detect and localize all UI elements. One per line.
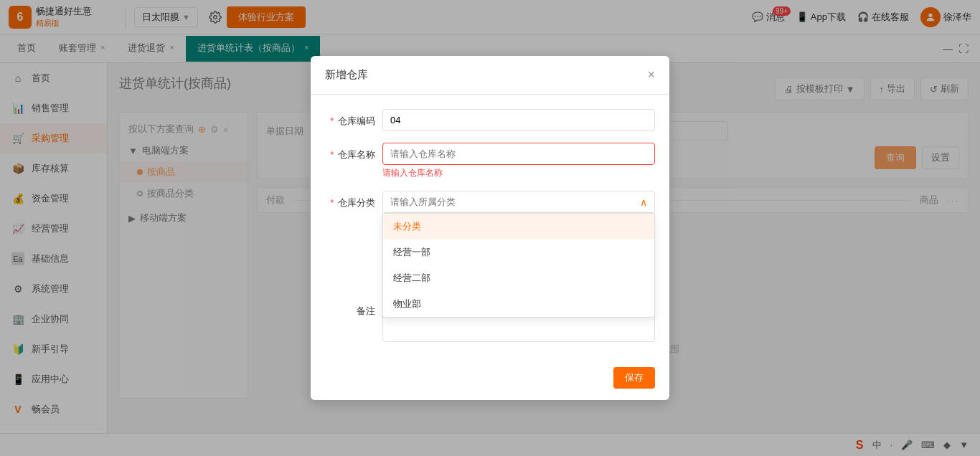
category-input-row: ∧ <box>382 191 655 213</box>
name-error-message: 请输入仓库名称 <box>382 167 655 179</box>
form-row-name: * 仓库名称 请输入仓库名称 <box>325 143 655 179</box>
category-option-dept1[interactable]: 经营一部 <box>383 239 654 265</box>
form-row-code: * 仓库编码 <box>325 109 655 131</box>
modal-header: 新增仓库 × <box>311 56 669 95</box>
code-field <box>382 109 655 131</box>
category-toggle-button[interactable]: ∧ <box>633 196 654 208</box>
name-label: * 仓库名称 <box>325 143 382 161</box>
modal-close-button[interactable]: × <box>647 67 655 82</box>
modal-overlay: 新增仓库 × * 仓库编码 * 仓库名称 <box>0 0 980 456</box>
new-warehouse-modal: 新增仓库 × * 仓库编码 * 仓库名称 <box>311 56 669 400</box>
modal-body: * 仓库编码 * 仓库名称 请输入仓库名称 <box>311 95 669 344</box>
category-input[interactable] <box>383 191 633 212</box>
category-option-property[interactable]: 物业部 <box>383 291 654 317</box>
note-label: 备注 <box>325 299 382 318</box>
category-option-unclassified[interactable]: 未分类 <box>383 214 654 239</box>
warehouse-name-input[interactable] <box>382 143 655 165</box>
category-dropdown: 未分类 经营一部 经营二部 物业部 <box>382 213 655 318</box>
save-button[interactable]: 保存 <box>613 367 655 389</box>
modal-footer: 保存 <box>311 356 669 400</box>
warehouse-code-input[interactable] <box>382 109 655 131</box>
category-option-dept2[interactable]: 经营二部 <box>383 265 654 291</box>
modal-title: 新增仓库 <box>325 68 368 82</box>
name-field: 请输入仓库名称 <box>382 143 655 179</box>
code-label: * 仓库编码 <box>325 109 382 128</box>
category-select-wrapper: ∧ 未分类 经营一部 经营二部 物业部 <box>382 191 655 213</box>
category-label: * 仓库分类 <box>325 191 382 209</box>
form-row-category: * 仓库分类 ∧ 未分类 经营一部 经营二部 物业部 <box>325 191 655 213</box>
